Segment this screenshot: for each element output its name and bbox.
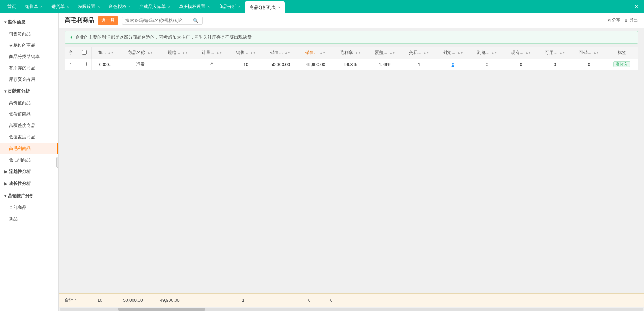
- cell-trade-count: 1: [402, 59, 436, 70]
- close-purchase-tab[interactable]: ×: [67, 5, 69, 9]
- sidebar-item-high-margin[interactable]: 高毛利商品: [0, 143, 58, 154]
- views1-link[interactable]: 0: [452, 62, 454, 67]
- close-sales-tab[interactable]: ×: [40, 5, 43, 9]
- select-all-checkbox[interactable]: [82, 50, 87, 55]
- footer-sales-qty: 10: [85, 298, 115, 303]
- sort-spec-icon[interactable]: ▲▼: [182, 51, 188, 54]
- cell-coverage: 1.49%: [368, 59, 402, 70]
- sidebar-group-overall[interactable]: ▾ 整体信息: [0, 16, 58, 28]
- sidebar-item-low-value[interactable]: 低价值商品: [0, 109, 58, 120]
- info-icon: ✦: [69, 35, 73, 40]
- sort-sales-qty-icon[interactable]: ▲▼: [250, 51, 256, 54]
- sidebar-item-new-goods[interactable]: 新品: [0, 213, 58, 225]
- sort-sellable-stock-icon[interactable]: ▲▼: [593, 51, 599, 54]
- page-title: 高毛利商品: [65, 17, 94, 24]
- export-button[interactable]: ⬇ 导出: [624, 17, 638, 23]
- sidebar-item-category-rate[interactable]: 商品分类助销率: [0, 51, 58, 62]
- sidebar-item-sales-goods[interactable]: 销售货商品: [0, 28, 58, 40]
- sidebar: « ▾ 整体信息 销售货商品 交易过的商品 商品分类助销率 有库存的商品 库存资…: [0, 13, 59, 311]
- cell-spec: [161, 59, 195, 70]
- sidebar-item-stock-capital[interactable]: 库存资金占用: [0, 74, 58, 85]
- close-role-tab[interactable]: ×: [129, 5, 131, 9]
- cell-name: 运费: [120, 59, 161, 70]
- sidebar-group-overall-items: 销售货商品 交易过的商品 商品分类助销率 有库存的商品 库存资金占用: [0, 28, 58, 85]
- table-row: 1 0000... 运费 个 10 50,000.00 49,900.00 99…: [65, 59, 638, 70]
- cell-current-stock: 0: [504, 59, 538, 70]
- th-sales-amount: 销售... ▲▼: [263, 47, 298, 59]
- sort-name-icon[interactable]: ▲▼: [147, 51, 153, 54]
- cell-views1: 0: [436, 59, 470, 70]
- footer-available-stock: 0: [320, 298, 342, 303]
- close-analysis-tab[interactable]: ×: [238, 5, 241, 9]
- sidebar-group-marketing-items: 全部商品 新品: [0, 202, 58, 225]
- sidebar-group-growth[interactable]: ▶ 成长性分析: [0, 178, 58, 190]
- export-icon: ⬇: [624, 18, 628, 23]
- share-button[interactable]: ⎘ 分享: [608, 17, 620, 23]
- th-unit: 计量... ▲▼: [195, 47, 229, 59]
- sidebar-item-high-coverage[interactable]: 高覆盖度商品: [0, 120, 58, 131]
- th-name: 商品名称 ▲▼: [120, 47, 161, 59]
- th-sellable-stock: 可销... ▲▼: [572, 47, 606, 59]
- search-box[interactable]: 🔍: [122, 17, 203, 25]
- filter-month-button[interactable]: 近一月: [98, 16, 118, 25]
- sort-trade-icon[interactable]: ▲▼: [423, 51, 429, 54]
- sidebar-group-contribution[interactable]: ▾ 贡献度分析: [0, 85, 58, 97]
- sidebar-item-in-stock-goods[interactable]: 有库存的商品: [0, 62, 58, 74]
- nav-purchase[interactable]: 进货单 ×: [47, 0, 73, 13]
- sort-current-stock-icon[interactable]: ▲▼: [525, 51, 531, 54]
- sort-sales-amount-icon[interactable]: ▲▼: [285, 51, 291, 54]
- close-template-tab[interactable]: ×: [208, 5, 210, 9]
- nav-analysis-list[interactable]: 商品分析列表 ×: [245, 1, 285, 13]
- sidebar-collapse-button[interactable]: «: [56, 157, 59, 168]
- cell-sales-cost: 49,900.00: [298, 59, 333, 70]
- sidebar-item-high-value[interactable]: 高价值商品: [0, 97, 58, 109]
- cell-checkbox[interactable]: [77, 59, 92, 70]
- close-permission-tab[interactable]: ×: [98, 5, 100, 9]
- horizontal-scrollbar[interactable]: [59, 307, 644, 311]
- nav-sales[interactable]: 销售单 ×: [21, 0, 47, 13]
- sidebar-group-trend[interactable]: ▶ 流趋性分析: [0, 166, 58, 178]
- sidebar-item-low-coverage[interactable]: 低覆盖度商品: [0, 131, 58, 143]
- sidebar-item-low-margin[interactable]: 低毛利商品: [0, 154, 58, 166]
- sort-unit-icon[interactable]: ▲▼: [216, 51, 222, 54]
- th-coverage: 覆盖... ▲▼: [368, 47, 402, 59]
- sort-code-icon[interactable]: ▲▼: [108, 51, 114, 54]
- footer-trade-count: 1: [232, 298, 254, 303]
- share-icon: ⎘: [608, 18, 610, 23]
- sort-gross-margin-icon[interactable]: ▲▼: [355, 51, 361, 54]
- nav-product-inbound[interactable]: 产成品入库单 ×: [135, 0, 175, 13]
- th-available-stock: 可用... ▲▼: [538, 47, 572, 59]
- arrow-growth-icon: ▶: [4, 182, 7, 186]
- arrow-contribution-icon: ▾: [4, 89, 6, 93]
- nav-role[interactable]: 角色授权 ×: [104, 0, 135, 13]
- table-container: 序 商... ▲▼ 商品名称 ▲▼ 规格... ▲▼: [59, 47, 644, 293]
- sidebar-group-marketing[interactable]: ▾ 营销推广分析: [0, 190, 58, 202]
- sidebar-item-all-goods[interactable]: 全部商品: [0, 202, 58, 213]
- cell-tag: 高收入: [606, 59, 638, 70]
- sort-views1-icon[interactable]: ▲▼: [457, 51, 463, 54]
- top-nav: 首页 销售单 × 进货单 × 权限设置 × 角色授权 × 产成品入库单 × 单据…: [0, 0, 644, 13]
- sidebar-item-traded-goods[interactable]: 交易过的商品: [0, 40, 58, 51]
- th-views1: 浏览... ▲▼: [436, 47, 470, 59]
- nav-analysis[interactable]: 商品分析 ×: [214, 0, 245, 13]
- main-layout: « ▾ 整体信息 销售货商品 交易过的商品 商品分类助销率 有库存的商品 库存资…: [0, 13, 644, 311]
- window-close-button[interactable]: ×: [632, 3, 641, 10]
- scrollbar-thumb[interactable]: [118, 308, 205, 311]
- sort-views2-icon[interactable]: ▲▼: [491, 51, 497, 54]
- nav-home[interactable]: 首页: [3, 0, 21, 13]
- sort-sales-cost-icon[interactable]: ▲▼: [320, 51, 325, 54]
- sort-available-stock-icon[interactable]: ▲▼: [559, 51, 565, 54]
- search-icon[interactable]: 🔍: [193, 18, 198, 23]
- search-input[interactable]: [125, 18, 191, 23]
- row-checkbox[interactable]: [82, 62, 87, 66]
- cell-sellable-stock: 0: [572, 59, 606, 70]
- footer-current-stock: 0: [298, 298, 320, 303]
- th-gross-margin: 毛利率 ▲▼: [333, 47, 368, 59]
- sort-coverage-icon[interactable]: ▲▼: [389, 51, 395, 54]
- close-product-inbound-tab[interactable]: ×: [168, 5, 170, 9]
- cell-gross-margin: 99.8%: [333, 59, 368, 70]
- close-analysis-list-tab[interactable]: ×: [278, 6, 280, 10]
- arrow-marketing-icon: ▾: [4, 194, 6, 198]
- nav-permission[interactable]: 权限设置 ×: [73, 0, 104, 13]
- nav-template[interactable]: 单据模板设置 ×: [175, 0, 214, 13]
